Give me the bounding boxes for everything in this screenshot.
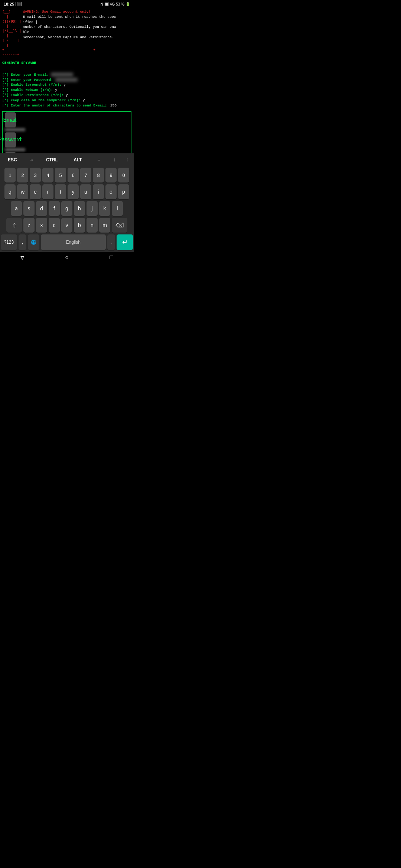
key-u[interactable]: u [80,184,91,199]
prompt-persistence: [*] Enable Persistence (Y/n): y [2,93,131,98]
summary-box: Email: Password: Screenshot: true Webcam… [2,111,131,153]
status-icons: N 🔲 4G 53 % 🔋 [101,2,130,6]
prompt-email: [*] Enter your E-mail: [2,73,131,78]
keyboard: 1 2 3 4 5 6 7 8 9 0 q w e r t y u i o p … [0,166,134,252]
key-d[interactable]: d [36,201,47,216]
password-blurred [55,78,78,82]
backspace-key[interactable]: ⌫ [112,218,127,233]
email-blurred [51,73,73,76]
keyboard-qwerty-row: q w e r t y u i o p [1,184,133,199]
key-l[interactable]: l [112,201,123,216]
ctrl-button[interactable]: CTRL [43,156,61,164]
key-s[interactable]: s [23,201,35,216]
arrow-down-icon[interactable]: ↓ [113,157,116,163]
key-a[interactable]: a [11,201,22,216]
screen-record-icon: ⬛ [16,2,22,6]
key-h[interactable]: h [74,201,85,216]
prompt-webcam: [*] Enable WebCam (Y/n): y [2,88,131,93]
keyboard-zxcv-row: ⇧ z x c v b n m ⌫ [1,218,133,233]
battery-icon: 🔋 [125,2,130,6]
key-0[interactable]: 0 [118,168,129,183]
keyboard-bottom-row: ?123 , 🌐 English . ↵ [1,234,133,250]
key-5[interactable]: 5 [55,168,66,183]
space-key[interactable]: English [41,234,106,250]
key-o[interactable]: o [105,184,117,199]
esc-button[interactable]: ESC [5,156,20,164]
key-3[interactable]: 3 [30,168,41,183]
red-divider-bottom: -------+ [2,53,131,57]
key-x[interactable]: x [36,218,47,233]
prompt-num-chars: [*] Enter the number of characters to se… [2,103,131,108]
desc-line1: E-mail will be sent when it reaches the … [23,15,116,19]
section-title: GENERATE SPYWARE [2,61,131,66]
enter-key[interactable]: ↵ [117,234,133,250]
key-k[interactable]: k [99,201,110,216]
key-r[interactable]: r [42,184,53,199]
kbd-toolbar: ESC ⇥ CTRL ALT – ↓ ↑ [0,153,134,166]
key-4[interactable]: 4 [42,168,53,183]
status-bar: 18:25 ⬛ N 🔲 4G 53 % 🔋 [0,0,134,8]
key-c[interactable]: c [49,218,60,233]
key-8[interactable]: 8 [93,168,104,183]
alt-button[interactable]: ALT [71,156,85,164]
red-divider-top: +---------------------------------------… [2,48,131,53]
key-p[interactable]: p [118,184,129,199]
comma-key[interactable]: , [19,234,27,250]
keyboard-number-row: 1 2 3 4 5 6 7 8 9 0 [1,168,133,183]
time-display: 18:25 [4,2,14,6]
key-9[interactable]: 9 [105,168,117,183]
key-n[interactable]: n [87,218,98,233]
ascii-art-section: (__) | | (|)(00) | | |/(__)\ | | |_/ _| … [2,10,131,48]
key-f[interactable]: f [49,201,60,216]
prompt-screenshot: [*] Enable Screenshot (Y/n): y [2,83,131,88]
summary-password: Password: [5,132,129,152]
key-b[interactable]: b [74,218,85,233]
keyboard-asdf-row: a s d f g h j k l [1,201,133,216]
key-v[interactable]: v [61,218,72,233]
period-key[interactable]: . [107,234,115,250]
key-j[interactable]: j [87,201,98,216]
ascii-art: (__) | | (|)(00) | | |/(__)\ | | |_/ _| … [2,10,22,48]
arrow-up-icon[interactable]: ↑ [125,157,128,163]
key-q[interactable]: q [4,184,16,199]
desc-line2b: ble [23,30,29,34]
summary-password-blurred [5,148,25,151]
key-1[interactable]: 1 [4,168,16,183]
summary-email: Email: [5,112,129,132]
back-button[interactable]: ▽ [20,254,24,262]
battery-text: 53 % [116,2,124,6]
desc-line1b: ified | [23,20,38,24]
key-w[interactable]: w [17,184,28,199]
wifi-icon: 🔲 [104,2,109,6]
desc-line2: number of characters. Optionally you can… [23,25,116,29]
recent-button[interactable]: □ [110,254,113,261]
key-y[interactable]: y [68,184,79,199]
ascii-description: WARNING: Use Gmail account only! E-mail … [22,10,116,48]
summary-email-blurred [5,128,25,131]
key-6[interactable]: 6 [68,168,79,183]
num-switch-key[interactable]: ?123 [1,234,17,250]
home-button[interactable]: ○ [65,254,69,261]
key-m[interactable]: m [99,218,110,233]
tab-icon[interactable]: ⇥ [30,156,33,164]
desc-line3: Screenshot, Webcam Capture and Persisten… [23,35,114,39]
nav-bar: ▽ ○ □ [0,252,134,264]
key-2[interactable]: 2 [17,168,28,183]
green-divider-title: ----------------------------------------… [2,66,131,71]
prompt-password: [*] Enter your Password: [2,78,131,83]
signal-icon: 4G [110,2,115,6]
key-g[interactable]: g [61,201,72,216]
shift-key[interactable]: ⇧ [6,218,22,233]
key-z[interactable]: z [23,218,35,233]
nfc-icon: N [101,2,103,6]
status-time: 18:25 ⬛ [4,2,22,6]
key-i[interactable]: i [93,184,104,199]
prompt-keep-data: [*] Keep data on the computer? (Y/n): y [2,98,131,103]
terminal-output: (__) | | (|)(00) | | |/(__)\ | | |_/ _| … [0,8,134,153]
dash-button[interactable]: – [95,156,103,164]
warning-label: WARNING: Use Gmail account only! [23,10,91,14]
key-e[interactable]: e [30,184,41,199]
key-t[interactable]: t [55,184,66,199]
globe-key[interactable]: 🌐 [28,234,39,250]
key-7[interactable]: 7 [80,168,91,183]
